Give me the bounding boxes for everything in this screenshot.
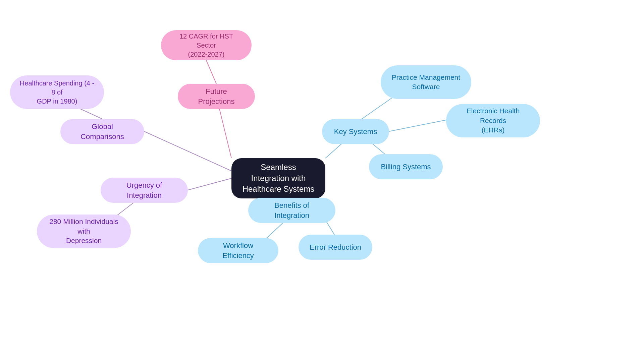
svg-line-6	[389, 120, 446, 131]
svg-line-1	[206, 60, 216, 84]
practice-management-node: Practice Management Software	[381, 65, 471, 99]
billing-systems-label: Billing Systems	[381, 162, 431, 172]
healthcare-spending-label: Healthcare Spending (4 - 8 of GDP in 198…	[19, 79, 95, 106]
svg-line-2	[144, 131, 231, 171]
global-comparisons-node: Global Comparisons	[60, 119, 144, 144]
ehr-label: Electronic Health Records (EHRs)	[455, 106, 531, 135]
future-projections-label: Future Projections	[187, 86, 246, 106]
error-reduction-label: Error Reduction	[310, 242, 361, 252]
benefits-node: Benefits of Integration	[248, 198, 335, 223]
billing-systems-node: Billing Systems	[369, 154, 443, 179]
ehr-node: Electronic Health Records (EHRs)	[446, 104, 540, 137]
key-systems-node: Key Systems	[322, 119, 389, 144]
global-comparisons-label: Global Comparisons	[70, 122, 135, 141]
cagr-node: 12 CAGR for HST Sector (2022-2027)	[161, 30, 252, 60]
urgency-label: Urgency of Integration	[110, 180, 178, 200]
svg-line-8	[188, 178, 231, 190]
future-projections-node: Future Projections	[178, 84, 255, 109]
svg-line-3	[80, 109, 102, 119]
benefits-label: Benefits of Integration	[258, 200, 326, 220]
depression-node: 280 Million Individuals with Depression	[37, 215, 131, 248]
key-systems-label: Key Systems	[334, 127, 377, 137]
practice-management-label: Practice Management Software	[392, 73, 460, 92]
center-label: Seamless Integration with Healthcare Sys…	[241, 162, 315, 194]
workflow-label: Workflow Efficiency	[207, 241, 269, 260]
error-reduction-node: Error Reduction	[299, 235, 372, 260]
healthcare-spending-node: Healthcare Spending (4 - 8 of GDP in 198…	[10, 75, 104, 109]
urgency-node: Urgency of Integration	[101, 178, 188, 203]
cagr-label: 12 CAGR for HST Sector (2022-2027)	[170, 32, 242, 59]
workflow-node: Workflow Efficiency	[198, 238, 278, 263]
depression-label: 280 Million Individuals with Depression	[46, 217, 121, 245]
center-node: Seamless Integration with Healthcare Sys…	[231, 158, 325, 198]
